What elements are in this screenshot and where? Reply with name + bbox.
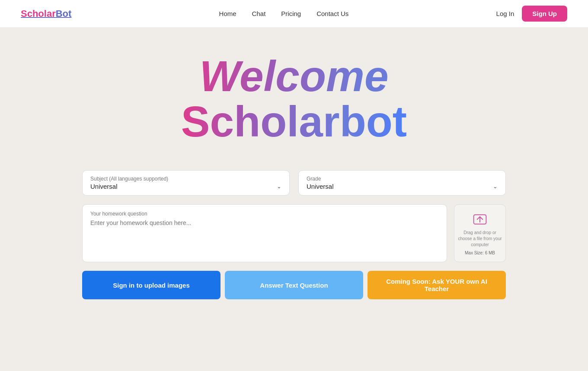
textarea-group: Your homework question (82, 204, 447, 262)
grade-chevron-icon: ⌄ (493, 183, 498, 190)
hero-line1: Welcome (181, 54, 407, 99)
nav-actions: Log In Sign Up (496, 6, 567, 22)
main-content: Welcome Scholarbot Subject (All language… (0, 28, 588, 325)
homework-textarea[interactable] (90, 219, 439, 254)
grade-value: Universal ⌄ (307, 183, 498, 190)
signup-button[interactable]: Sign Up (522, 6, 567, 22)
form-container: Subject (All languages supported) Univer… (82, 170, 506, 299)
nav-contact[interactable]: Contact Us (316, 10, 348, 17)
subject-value: Universal ⌄ (90, 183, 281, 190)
upload-images-button[interactable]: Sign in to upload images (82, 271, 220, 299)
nav-links: Home Chat Pricing Contact Us (219, 10, 349, 18)
subject-label: Subject (All languages supported) (90, 176, 281, 182)
subject-chevron-icon: ⌄ (277, 183, 281, 190)
input-row: Your homework question Drag and drop or … (82, 204, 506, 262)
logo[interactable]: ScholarBot (21, 8, 71, 19)
hero-line2: Scholarbot (181, 99, 407, 144)
login-button[interactable]: Log In (496, 10, 514, 17)
upload-box[interactable]: Drag and drop or choose a file from your… (454, 204, 506, 262)
hero-title: Welcome Scholarbot (181, 54, 407, 144)
nav-pricing[interactable]: Pricing (281, 10, 301, 17)
select-row: Subject (All languages supported) Univer… (82, 170, 506, 196)
upload-max: Max Size: 6 MB (465, 251, 495, 255)
grade-select[interactable]: Grade Universal ⌄ (298, 170, 506, 196)
grade-label: Grade (307, 176, 498, 182)
subject-select[interactable]: Subject (All languages supported) Univer… (82, 170, 290, 196)
answer-text-button[interactable]: Answer Text Question (225, 271, 363, 299)
coming-soon-button[interactable]: Coming Soon: Ask YOUR own AI Teacher (368, 271, 506, 299)
navbar: ScholarBot Home Chat Pricing Contact Us … (0, 0, 588, 28)
nav-chat[interactable]: Chat (252, 10, 266, 17)
nav-home[interactable]: Home (219, 10, 236, 17)
upload-hint: Drag and drop or choose a file from your… (458, 230, 502, 248)
textarea-label: Your homework question (90, 211, 439, 217)
upload-icon (472, 212, 488, 227)
button-row: Sign in to upload images Answer Text Que… (82, 271, 506, 299)
